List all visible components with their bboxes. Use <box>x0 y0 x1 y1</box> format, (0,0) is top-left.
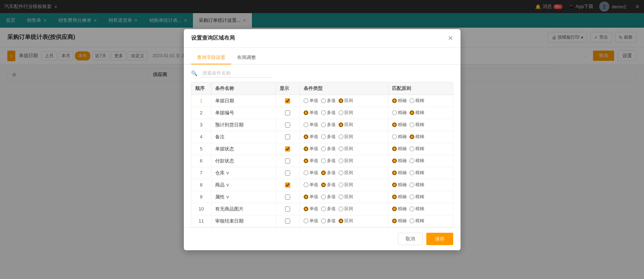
match-option-精确[interactable]: 精确 <box>392 158 407 164</box>
show-checkbox[interactable] <box>285 146 290 152</box>
type-option-单值[interactable]: 单值 <box>304 218 318 224</box>
type-option-多值[interactable]: 多值 <box>321 206 336 212</box>
type-radio-多值[interactable] <box>321 194 326 199</box>
type-radio-区间[interactable] <box>339 207 343 211</box>
type-option-区间[interactable]: 区间 <box>339 206 353 212</box>
match-radio-精确[interactable] <box>392 194 397 199</box>
match-radio-精确[interactable] <box>392 122 397 127</box>
match-radio-模糊[interactable] <box>410 146 414 151</box>
show-checkbox[interactable] <box>285 158 290 164</box>
type-radio-多值[interactable] <box>321 219 326 223</box>
type-option-单值[interactable]: 单值 <box>304 146 318 152</box>
type-radio-单值[interactable] <box>304 98 308 103</box>
type-option-区间[interactable]: 区间 <box>339 158 353 164</box>
modal-close-button[interactable]: ✕ <box>448 34 453 42</box>
type-radio-区间[interactable] <box>339 194 343 199</box>
match-radio-模糊[interactable] <box>410 182 414 187</box>
match-option-模糊[interactable]: 模糊 <box>410 158 424 164</box>
show-checkbox-label[interactable] <box>280 110 296 115</box>
type-option-多值[interactable]: 多值 <box>321 170 336 176</box>
type-radio-单值[interactable] <box>304 219 308 223</box>
type-radio-多值[interactable] <box>321 134 326 139</box>
type-option-多值[interactable]: 多值 <box>321 158 336 164</box>
type-radio-多值[interactable] <box>321 122 326 127</box>
match-option-精确[interactable]: 精确 <box>392 218 407 224</box>
show-checkbox-label[interactable] <box>280 194 296 200</box>
type-radio-区间[interactable] <box>339 146 343 151</box>
match-radio-精确[interactable] <box>392 182 397 187</box>
modal-tab-layout[interactable]: 布局调整 <box>231 51 262 64</box>
type-option-多值[interactable]: 多值 <box>321 194 336 200</box>
show-checkbox-label[interactable] <box>280 219 296 224</box>
match-option-精确[interactable]: 精确 <box>392 170 407 176</box>
type-option-多值[interactable]: 多值 <box>321 182 336 188</box>
show-checkbox[interactable] <box>285 170 290 176</box>
show-checkbox-label[interactable] <box>280 146 296 152</box>
match-radio-模糊[interactable] <box>410 158 414 163</box>
match-radio-精确[interactable] <box>392 219 397 223</box>
type-radio-多值[interactable] <box>321 170 326 175</box>
type-option-多值[interactable]: 多值 <box>321 122 336 128</box>
type-option-单值[interactable]: 单值 <box>304 206 318 212</box>
type-radio-多值[interactable] <box>321 110 326 115</box>
modal-tab-query-fields[interactable]: 查询字段设置 <box>191 51 231 64</box>
match-option-精确[interactable]: 精确 <box>392 146 407 152</box>
type-option-单值[interactable]: 单值 <box>304 158 318 164</box>
match-option-模糊[interactable]: 模糊 <box>410 110 424 116</box>
cancel-button[interactable]: 取消 <box>398 233 423 245</box>
show-checkbox-label[interactable] <box>280 134 296 140</box>
match-radio-精确[interactable] <box>392 158 397 163</box>
type-radio-区间[interactable] <box>339 170 343 175</box>
show-checkbox[interactable] <box>285 134 290 140</box>
match-option-模糊[interactable]: 模糊 <box>410 218 424 224</box>
type-option-区间[interactable]: 区间 <box>339 98 353 104</box>
match-option-模糊[interactable]: 模糊 <box>410 146 424 152</box>
type-option-区间[interactable]: 区间 <box>339 122 353 128</box>
search-input[interactable] <box>199 69 272 78</box>
match-radio-模糊[interactable] <box>410 122 414 127</box>
type-option-单值[interactable]: 单值 <box>304 122 318 128</box>
type-radio-区间[interactable] <box>339 219 343 223</box>
show-checkbox[interactable] <box>285 110 290 115</box>
show-checkbox-label[interactable] <box>280 170 296 176</box>
match-option-模糊[interactable]: 模糊 <box>410 170 424 176</box>
type-option-单值[interactable]: 单值 <box>304 170 318 176</box>
type-option-区间[interactable]: 区间 <box>339 170 353 176</box>
match-option-模糊[interactable]: 模糊 <box>410 206 424 212</box>
type-radio-单值[interactable] <box>304 182 308 187</box>
type-radio-多值[interactable] <box>321 98 326 103</box>
type-radio-区间[interactable] <box>339 182 343 187</box>
match-option-精确[interactable]: 精确 <box>392 110 407 116</box>
match-radio-模糊[interactable] <box>410 219 414 223</box>
match-radio-模糊[interactable] <box>410 98 414 103</box>
show-checkbox[interactable] <box>285 207 290 212</box>
type-radio-区间[interactable] <box>339 122 343 127</box>
match-radio-模糊[interactable] <box>410 194 414 199</box>
match-option-模糊[interactable]: 模糊 <box>410 122 424 128</box>
type-radio-单值[interactable] <box>304 110 308 115</box>
type-option-区间[interactable]: 区间 <box>339 110 353 116</box>
type-radio-区间[interactable] <box>339 158 343 163</box>
match-radio-模糊[interactable] <box>410 207 414 211</box>
match-option-精确[interactable]: 精确 <box>392 134 407 140</box>
type-radio-区间[interactable] <box>339 110 343 115</box>
type-radio-多值[interactable] <box>321 158 326 163</box>
type-option-单值[interactable]: 单值 <box>304 182 318 188</box>
type-radio-区间[interactable] <box>339 134 343 139</box>
match-radio-精确[interactable] <box>392 170 397 175</box>
match-option-精确[interactable]: 精确 <box>392 194 407 200</box>
show-checkbox[interactable] <box>285 182 290 188</box>
show-checkbox[interactable] <box>285 194 290 200</box>
match-option-精确[interactable]: 精确 <box>392 206 407 212</box>
type-option-多值[interactable]: 多值 <box>321 110 336 116</box>
match-radio-精确[interactable] <box>392 146 397 151</box>
show-checkbox[interactable] <box>285 122 290 127</box>
type-radio-单值[interactable] <box>304 207 308 211</box>
show-checkbox[interactable] <box>285 219 290 224</box>
match-option-精确[interactable]: 精确 <box>392 182 407 188</box>
type-option-单值[interactable]: 单值 <box>304 110 318 116</box>
type-radio-多值[interactable] <box>321 207 326 211</box>
match-radio-精确[interactable] <box>392 110 397 115</box>
type-option-区间[interactable]: 区间 <box>339 134 353 140</box>
type-radio-单值[interactable] <box>304 158 308 163</box>
